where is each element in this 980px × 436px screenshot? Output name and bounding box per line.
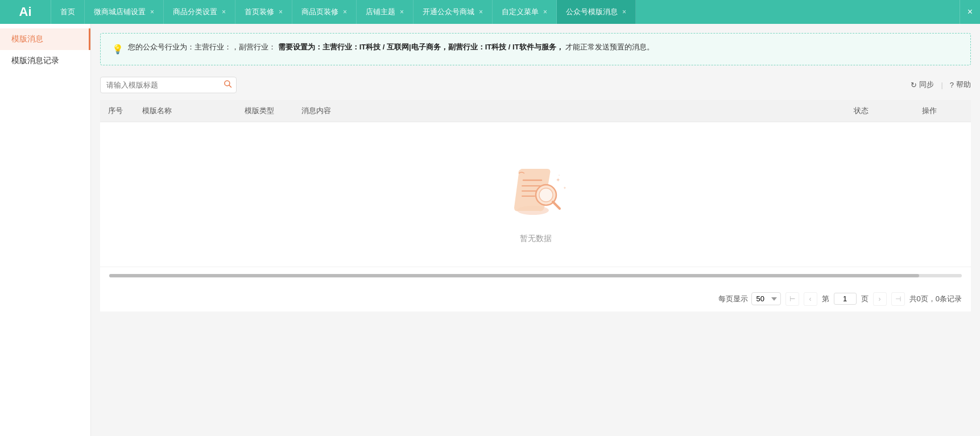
page-label: 页 xyxy=(861,294,869,304)
sidebar-item-1[interactable]: 模版消息记录 xyxy=(0,50,90,72)
pagination: 每页显示 102050100 ⊢ ‹ 第 页 › ⊣ 共0页，0条记录 xyxy=(100,286,971,312)
table-col-2: 模版类型 xyxy=(237,100,293,122)
table-col-0: 序号 xyxy=(100,100,134,122)
table-header-row: 序号模版名称模版类型消息内容状态操作 xyxy=(100,100,971,122)
nav-tab-label-5: 店铺主题 xyxy=(366,7,395,17)
first-page-button[interactable]: ⊢ xyxy=(785,292,799,306)
page-di-label: 第 xyxy=(822,294,829,304)
nav-tab-8[interactable]: 公众号模版消息× xyxy=(557,0,636,24)
toolbar-right: ↻ 同步 | ? 帮助 xyxy=(911,80,971,90)
table-col-4: 状态 xyxy=(846,100,914,122)
nav-tab-label-3: 首页装修 xyxy=(245,7,274,17)
total-label: 共0页，0条记录 xyxy=(909,294,962,304)
nav-tab-1[interactable]: 微商城店铺设置× xyxy=(85,0,164,24)
empty-row: ✦ ✦ • 暂无数据 xyxy=(100,122,971,267)
nav-tab-label-4: 商品页装修 xyxy=(301,7,338,17)
table-wrap: 序号模版名称模版类型消息内容状态操作 xyxy=(100,100,971,286)
current-page-input[interactable] xyxy=(834,293,857,305)
sync-button[interactable]: ↻ 同步 xyxy=(911,80,934,90)
nav-tab-2[interactable]: 商品分类设置× xyxy=(164,0,235,24)
nav-tab-close-7[interactable]: × xyxy=(543,8,547,16)
nav-tab-close-8[interactable]: × xyxy=(622,8,626,16)
main-layout: 模版消息模版消息记录 💡 您的公众号行业为：主营行业：，副营行业： 需要设置为：… xyxy=(0,24,980,436)
search-button[interactable] xyxy=(224,80,232,90)
notice-text: 您的公众号行业为：主营行业：，副营行业： 需要设置为：主营行业：IT科技 / 互… xyxy=(128,41,654,53)
search-bar: ↻ 同步 | ? 帮助 xyxy=(100,77,971,93)
svg-line-1 xyxy=(229,85,231,88)
table-header: 序号模版名称模版类型消息内容状态操作 xyxy=(100,100,971,122)
nav-tab-4[interactable]: 商品页装修× xyxy=(292,0,357,24)
toolbar-divider: | xyxy=(941,81,942,89)
table-col-5: 操作 xyxy=(914,100,971,122)
nav-tab-close-2[interactable]: × xyxy=(222,8,226,16)
svg-line-9 xyxy=(553,202,560,209)
table-col-1: 模版名称 xyxy=(134,100,237,122)
next-page-button[interactable]: › xyxy=(873,292,887,306)
top-nav: Ai 首页微商城店铺设置×商品分类设置×首页装修×商品页装修×店铺主题×开通公众… xyxy=(0,0,980,24)
nav-tab-close-1[interactable]: × xyxy=(150,8,154,16)
scrollbar-area xyxy=(100,267,971,286)
help-button[interactable]: ? 帮助 xyxy=(950,80,971,90)
sidebar-item-0[interactable]: 模版消息 xyxy=(0,28,90,50)
table-col-3: 消息内容 xyxy=(293,100,846,122)
nav-tab-close-6[interactable]: × xyxy=(479,8,483,16)
nav-tab-label-0: 首页 xyxy=(60,7,75,17)
sidebar: 模版消息模版消息记录 xyxy=(0,24,91,436)
scrollbar-thumb xyxy=(109,274,919,277)
nav-tab-label-2: 商品分类设置 xyxy=(173,7,217,17)
logo: Ai xyxy=(0,0,51,24)
nav-tabs: 首页微商城店铺设置×商品分类设置×首页装修×商品页装修×店铺主题×开通公众号商城… xyxy=(51,0,960,24)
empty-state: ✦ ✦ • 暂无数据 xyxy=(100,122,971,267)
table-body: ✦ ✦ • 暂无数据 xyxy=(100,122,971,267)
search-input-wrap xyxy=(100,77,237,93)
prev-page-button[interactable]: ‹ xyxy=(804,292,817,306)
content-area: 💡 您的公众号行业为：主营行业：，副营行业： 需要设置为：主营行业：IT科技 /… xyxy=(91,24,980,436)
nav-tab-close-3[interactable]: × xyxy=(279,8,283,16)
close-all-button[interactable]: × xyxy=(960,0,980,24)
nav-tab-5[interactable]: 店铺主题× xyxy=(357,0,413,24)
notice-box: 💡 您的公众号行业为：主营行业：，副营行业： 需要设置为：主营行业：IT科技 /… xyxy=(100,33,971,65)
sync-icon: ↻ xyxy=(911,81,917,89)
help-icon: ? xyxy=(950,81,954,89)
nav-tab-label-6: 开通公众号商城 xyxy=(423,7,474,17)
empty-illustration: ✦ ✦ • xyxy=(502,156,570,225)
nav-tab-6[interactable]: 开通公众号商城× xyxy=(413,0,493,24)
nav-tab-close-4[interactable]: × xyxy=(343,8,347,16)
search-input[interactable] xyxy=(100,77,237,93)
notice-icon: 💡 xyxy=(112,42,123,57)
last-page-button[interactable]: ⊣ xyxy=(891,292,905,306)
svg-point-8 xyxy=(539,188,553,202)
svg-text:✦: ✦ xyxy=(563,186,567,190)
nav-tab-label-8: 公众号模版消息 xyxy=(566,7,618,17)
nav-tab-label-7: 自定义菜单 xyxy=(502,7,539,17)
data-table: 序号模版名称模版类型消息内容状态操作 xyxy=(100,100,971,267)
svg-text:✦: ✦ xyxy=(556,177,560,183)
page-size-select[interactable]: 102050100 xyxy=(751,292,781,305)
logo-text: Ai xyxy=(19,5,32,19)
nav-tab-7[interactable]: 自定义菜单× xyxy=(493,0,557,24)
nav-tab-3[interactable]: 首页装修× xyxy=(235,0,292,24)
fake-scrollbar[interactable] xyxy=(109,274,962,277)
page-size-label: 每页显示 xyxy=(718,294,748,304)
nav-tab-close-5[interactable]: × xyxy=(400,8,404,16)
nav-tab-label-1: 微商城店铺设置 xyxy=(94,7,146,17)
nav-tab-0[interactable]: 首页 xyxy=(51,0,85,24)
page-size-wrap: 每页显示 102050100 xyxy=(718,292,781,305)
svg-text:•: • xyxy=(559,173,560,177)
empty-text: 暂无数据 xyxy=(520,234,552,244)
